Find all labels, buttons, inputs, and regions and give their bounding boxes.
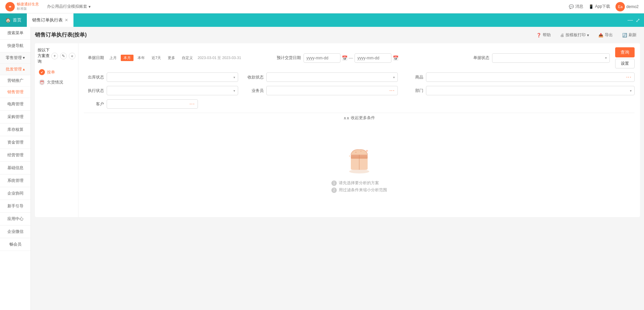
newbie-label: 新手引导 <box>7 204 23 208</box>
date-tab-last7days[interactable]: 近7天 <box>149 55 164 61</box>
sidebar-item-operation[interactable]: 经营管理 <box>0 149 31 162</box>
breadcrumb-text: 办公用品行业模拟账套 <box>47 4 87 9</box>
top-header: 畅捷通好生意 标准版 办公用品行业模拟账套 ▾ 💬 消息 📱 App下载 Ea … <box>0 0 644 13</box>
order-status-label: 单据状态 <box>469 55 489 61</box>
tab-home[interactable]: 🏠 首页 <box>0 13 27 27</box>
hint-num-1: 1 <box>331 180 337 186</box>
expected-date-to-input[interactable] <box>355 53 391 63</box>
calendar-to-icon[interactable]: 📅 <box>393 55 398 61</box>
sidebar-item-marketing[interactable]: 营销推广 <box>0 75 31 87</box>
receive-status-select[interactable]: ▾ <box>266 72 398 82</box>
message-icon: 💬 <box>569 4 574 9</box>
message-button[interactable]: 💬 消息 <box>569 4 583 9</box>
main-layout: 搜索菜单 快捷导航 零售管理 ▾ 批发管理 ▴ 营销推广 销售管理 电商管理 采… <box>0 27 644 310</box>
help-button[interactable]: ❓ 帮助 <box>533 31 554 39</box>
add-scheme-button[interactable]: + <box>51 53 58 59</box>
date-tab-custom[interactable]: 自定义 <box>179 55 196 61</box>
collapse-scheme-button[interactable]: « <box>69 53 75 59</box>
query-button[interactable]: 查询 <box>615 47 635 57</box>
filter-field-expected-date: 预计交货日期 📅 — 📅 <box>277 53 464 63</box>
expected-date-from-input[interactable] <box>304 53 340 63</box>
help-icon: ❓ <box>536 33 541 38</box>
dept-select[interactable]: ▾ <box>426 86 635 95</box>
receive-status-arrow: ▾ <box>393 75 395 79</box>
ship-status-select[interactable]: ▾ <box>107 72 238 82</box>
filter-field-salesman: 业务员 ··· <box>244 86 398 95</box>
finance-label: 资金管理 <box>7 140 23 145</box>
sidebar-item-member[interactable]: 畅会员 <box>0 238 31 251</box>
filter-right: 单据日期 上月 本月 本年 近7天 更多 自定义 20 <box>78 43 640 217</box>
order-status-select[interactable]: ▾ <box>492 53 610 63</box>
tab-sales-order[interactable]: 销售订单执行表 ✕ <box>27 13 73 27</box>
sidebar-item-search[interactable]: 搜索菜单 <box>0 27 31 40</box>
sidebar-item-wholesale[interactable]: 批发管理 ▴ <box>0 64 31 75</box>
date-range-text: 2023-03-01 至 2023-03-31 <box>198 55 241 60</box>
svg-text:✦: ✦ <box>365 149 369 153</box>
sidebar-item-purchase[interactable]: 采购管理 <box>0 111 31 123</box>
date-tab-this-month[interactable]: 本月 <box>121 55 133 61</box>
goods-input[interactable]: ··· <box>426 72 635 82</box>
print-button[interactable]: 🖨 按模板打印 ▾ <box>557 31 592 39</box>
svg-point-8 <box>361 151 362 152</box>
filter-field-goods: 商品 ··· <box>403 72 635 82</box>
sidebar-item-enterprise[interactable]: 企业协同 <box>0 187 31 200</box>
salesman-label: 业务员 <box>244 88 264 94</box>
sidebar-item-ecommerce[interactable]: 电商管理 <box>0 98 31 111</box>
sidebar-item-retail[interactable]: 零售管理 ▾ <box>0 52 31 64</box>
sidebar-item-sales-mgmt[interactable]: 销售管理 <box>0 87 31 98</box>
ecommerce-label: 电商管理 <box>7 102 23 106</box>
basic-label: 基础信息 <box>7 165 23 170</box>
sidebar-item-shortcut[interactable]: 快捷导航 <box>0 40 31 52</box>
scheme-item-owed[interactable]: ⏰ 欠货情况 <box>38 77 75 87</box>
dept-arrow: ▾ <box>630 89 632 93</box>
filter-layout: 按以下方案查询 + ✎ « <box>35 43 640 217</box>
sidebar-item-basic[interactable]: 基础信息 <box>0 162 31 174</box>
salesman-input[interactable]: ··· <box>266 86 398 95</box>
wholesale-label: 批发管理 <box>6 67 22 71</box>
filter-row-2: 出库状态 ▾ 收款状态 ▾ <box>84 72 635 82</box>
sidebar-item-wechat[interactable]: 企业微信 <box>0 225 31 238</box>
breadcrumb[interactable]: 办公用品行业模拟账套 ▾ <box>47 4 91 9</box>
date-tab-last-month[interactable]: 上月 <box>107 55 119 61</box>
empty-state: ✦ ✦ 1 请先选择要分析的方案 <box>84 123 635 213</box>
export-button[interactable]: 📤 导出 <box>595 31 616 39</box>
calendar-from-icon[interactable]: 📅 <box>342 55 347 61</box>
export-icon: 📤 <box>598 33 603 38</box>
page-title: 销售订单执行表(按单) <box>35 32 87 39</box>
collapse-button[interactable]: ∧∧ 收起更多条件 <box>84 113 635 123</box>
empty-hint-2: 2 用过滤条件来缩小分析范围 <box>331 187 387 193</box>
edit-scheme-button[interactable]: ✎ <box>60 53 67 59</box>
sidebar-item-inventory[interactable]: 库存核算 <box>0 123 31 136</box>
sidebar-item-finance[interactable]: 资金管理 <box>0 136 31 149</box>
help-label: 帮助 <box>543 32 551 38</box>
scheme-item-by-order[interactable]: ✔ 按单 <box>38 67 75 77</box>
sidebar-item-system[interactable]: 系统管理 <box>0 174 31 187</box>
sidebar-item-newbie[interactable]: 新手引导 <box>0 200 31 213</box>
wechat-label: 企业微信 <box>7 229 23 234</box>
tab-close-icon[interactable]: ✕ <box>65 18 68 22</box>
exec-status-select[interactable]: ▾ <box>107 86 238 95</box>
customer-more-icon[interactable]: ··· <box>190 101 195 107</box>
sidebar-item-app-center[interactable]: 应用中心 <box>0 213 31 225</box>
filter-row-3: 执行状态 ▾ 业务员 ··· <box>84 86 635 95</box>
app-download-button[interactable]: 📱 App下载 <box>589 4 610 9</box>
expected-date-inputs: 📅 — 📅 <box>304 53 464 63</box>
salesman-more-icon[interactable]: ··· <box>389 88 395 94</box>
date-tab-this-year[interactable]: 本年 <box>135 55 148 61</box>
query-label: 查询 <box>621 50 629 55</box>
date-separator: — <box>349 55 353 60</box>
refresh-label: 刷新 <box>629 32 637 38</box>
refresh-button[interactable]: 🔄 刷新 <box>619 31 640 39</box>
date-tab-more[interactable]: 更多 <box>165 55 178 61</box>
hint-text-1: 请先选择要分析的方案 <box>339 180 379 186</box>
maximize-icon[interactable]: ⤢ <box>636 17 640 23</box>
minimize-icon[interactable]: — <box>628 17 633 23</box>
page-content: 销售订单执行表(按单) ❓ 帮助 🖨 按模板打印 ▾ 📤 导出 <box>31 27 644 310</box>
sidebar-sub-wholesale: 营销推广 销售管理 <box>0 75 31 98</box>
goods-more-icon[interactable]: ··· <box>626 74 632 80</box>
user-area[interactable]: Ea demo2 <box>615 2 639 11</box>
customer-input[interactable]: ··· <box>107 99 198 109</box>
scheme-label-owed: 欠货情况 <box>47 80 63 85</box>
settings-button[interactable]: 设置 <box>615 59 635 68</box>
search-label: 搜索菜单 <box>7 31 23 35</box>
